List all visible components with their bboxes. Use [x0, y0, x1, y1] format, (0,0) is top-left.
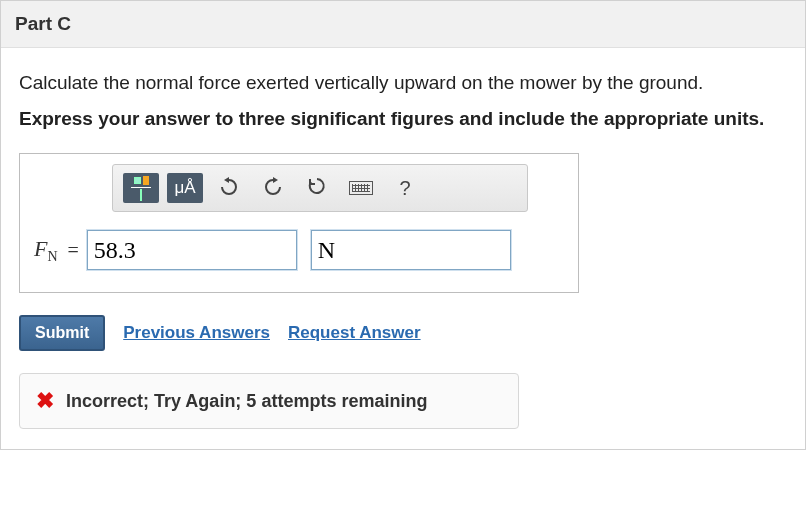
- template-button[interactable]: [121, 171, 161, 205]
- redo-button[interactable]: [253, 171, 293, 205]
- value-input[interactable]: [87, 230, 297, 270]
- part-container: Part C Calculate the normal force exerte…: [0, 0, 806, 450]
- answer-row: FN =: [20, 212, 578, 292]
- feedback-text: Incorrect; Try Again; 5 attempts remaini…: [66, 391, 427, 412]
- help-icon: ?: [399, 177, 410, 200]
- answer-panel: μÅ: [19, 153, 579, 293]
- submit-button[interactable]: Submit: [19, 315, 105, 351]
- incorrect-icon: ✖: [36, 388, 54, 414]
- help-button[interactable]: ?: [385, 171, 425, 205]
- part-body: Calculate the normal force exerted verti…: [1, 48, 805, 449]
- redo-icon: [263, 177, 283, 200]
- units-button[interactable]: μÅ: [165, 171, 205, 205]
- reset-icon: [307, 176, 327, 201]
- instruction-text: Express your answer to three significant…: [19, 106, 787, 132]
- part-title: Part C: [1, 1, 805, 48]
- reset-button[interactable]: [297, 171, 337, 205]
- equals-sign: =: [68, 239, 79, 262]
- request-answer-link[interactable]: Request Answer: [288, 323, 421, 343]
- feedback-box: ✖ Incorrect; Try Again; 5 attempts remai…: [19, 373, 519, 429]
- formatting-toolbar: μÅ: [112, 164, 528, 212]
- keyboard-button[interactable]: [341, 171, 381, 205]
- question-text: Calculate the normal force exerted verti…: [19, 70, 787, 96]
- actions-row: Submit Previous Answers Request Answer: [19, 315, 787, 351]
- unit-input[interactable]: [311, 230, 511, 270]
- undo-button[interactable]: [209, 171, 249, 205]
- micro-angstrom-icon: μÅ: [167, 173, 203, 203]
- fraction-template-icon: [123, 173, 159, 203]
- variable-label: FN: [34, 236, 58, 265]
- undo-icon: [219, 177, 239, 200]
- previous-answers-link[interactable]: Previous Answers: [123, 323, 270, 343]
- keyboard-icon: [349, 181, 373, 195]
